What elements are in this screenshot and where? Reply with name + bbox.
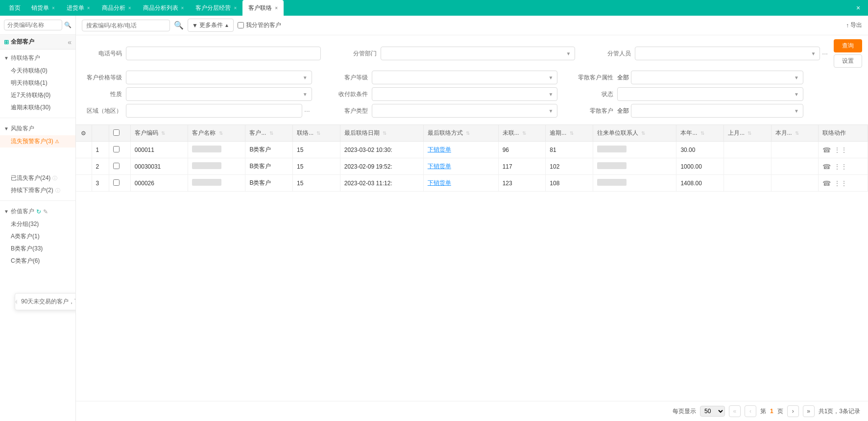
sidebar-item-unsorted[interactable]: 未分组(32) (0, 218, 75, 230)
valued-section-label: 价值客户 (11, 207, 34, 216)
last-month-column-header[interactable]: 上月... ⇅ (724, 125, 772, 142)
row-checkbox[interactable] (109, 158, 130, 175)
valued-refresh-icon[interactable]: ↻ (36, 208, 41, 215)
more-conditions-button[interactable]: ▼ 更多条件 ▲ (188, 19, 234, 32)
search-button[interactable]: 🔍 (174, 21, 184, 30)
sidebar-item-churn-warning[interactable]: 流失预警客户(3) ⚠ (0, 135, 75, 148)
per-page-select[interactable]: 50 20 100 (700, 406, 725, 417)
last-contact-way-column-header[interactable]: 最后联络方式 ⇅ (423, 125, 498, 142)
this-year-column-label: 本年... (680, 129, 697, 136)
row-select-checkbox[interactable] (113, 163, 120, 169)
code-column-header[interactable]: 客户编码 ⇅ (130, 125, 188, 142)
contact-column-header[interactable]: 联络... ⇅ (293, 125, 340, 142)
action-more-icon[interactable]: ⋮⋮ (834, 179, 847, 187)
tab-purchase-close[interactable]: × (87, 5, 90, 11)
row-last-contact-way[interactable]: 下销货单 (423, 175, 498, 192)
sidebar-item-classC[interactable]: C类客户(6) (0, 255, 75, 267)
action-contact-icon[interactable]: ☎ (822, 146, 831, 154)
person-select[interactable]: ▼ (635, 47, 820, 60)
first-page-button[interactable]: « (729, 405, 741, 417)
my-customers-checkbox[interactable] (238, 22, 244, 28)
tab-goods-analysis-list-label: 商品分析列表 (143, 4, 178, 12)
gear-icon[interactable]: ⚙ (81, 130, 86, 137)
tab-purchase[interactable]: 进货单 × (61, 0, 96, 16)
tab-goods-analysis-list[interactable]: 商品分析列表 × (137, 0, 190, 16)
tab-customer-contact[interactable]: 客户联络 × (242, 0, 284, 16)
search-input[interactable] (82, 20, 170, 31)
sidebar-section-pending-title[interactable]: ▼ 待联络客户 (0, 51, 75, 65)
sidebar-item-tomorrow[interactable]: 明天待联络(1) (0, 77, 75, 89)
dept-select[interactable]: ▼ (381, 47, 576, 60)
sidebar-item-holding-down[interactable]: 持续下滑客户(2) ⓘ (0, 184, 75, 197)
status-select[interactable]: ▼ (617, 87, 803, 101)
row-checkbox[interactable] (109, 142, 130, 158)
tab-goods-analysis-close[interactable]: × (128, 5, 131, 11)
export-button[interactable]: ↑ 导出 (846, 21, 862, 29)
prev-page-button[interactable]: ‹ (745, 405, 756, 417)
row-select-checkbox[interactable] (113, 146, 120, 152)
settings-button[interactable]: 设置 (834, 54, 862, 68)
next-page-button[interactable]: › (787, 405, 799, 417)
customer-type-select[interactable]: ▼ (372, 104, 558, 118)
scatter-select[interactable]: ▼ (631, 104, 803, 118)
sidebar-item-classB[interactable]: B类客户(33) (0, 243, 75, 255)
payment-select[interactable]: ▼ (372, 87, 558, 101)
tab-home[interactable]: 首页 (4, 0, 25, 16)
action-more-icon[interactable]: ⋮⋮ (834, 146, 847, 154)
sidebar-search-icon[interactable]: 🔍 (64, 22, 72, 28)
gear-column-header[interactable]: ⚙ (76, 125, 92, 142)
tab-customer-contact-close[interactable]: × (275, 5, 278, 11)
contact-way-link[interactable]: 下销货单 (428, 146, 451, 153)
this-month-sort-icon: ⇅ (795, 130, 799, 136)
prev-contact-column-header[interactable]: 往来单位联系人 ⇅ (593, 125, 676, 142)
overdue-column-header[interactable]: 逾期... ⇅ (546, 125, 593, 142)
action-contact-icon[interactable]: ☎ (822, 179, 831, 187)
sidebar-item-classA[interactable]: A类客户(1) (0, 230, 75, 243)
customer-tier-select[interactable]: ▼ (372, 71, 558, 84)
sidebar-item-overdue[interactable]: 逾期未联络(30) (0, 101, 75, 114)
sidebar-item-churned[interactable]: 已流失客户(24) ⓘ (0, 172, 75, 184)
action-more-icon[interactable]: ⋮⋮ (834, 163, 847, 171)
row-checkbox[interactable] (109, 175, 130, 192)
this-month-column-header[interactable]: 本月... ⇅ (771, 125, 819, 142)
sidebar-section-valued-title[interactable]: ▼ 价值客户 ↻ ✎ (0, 205, 75, 218)
this-year-column-header[interactable]: 本年... ⇅ (676, 125, 724, 142)
sidebar-item-today[interactable]: 今天待联络(0) (0, 65, 75, 77)
contact-way-link[interactable]: 下销货单 (428, 179, 451, 186)
contact-way-link[interactable]: 下销货单 (428, 163, 451, 170)
all-customers-item[interactable]: ⊞ 全部客户 (4, 38, 34, 46)
valued-edit-icon[interactable]: ✎ (43, 208, 48, 215)
sidebar-search-input[interactable] (4, 20, 62, 30)
tab-sales[interactable]: 销货单 × (25, 0, 61, 16)
scatter-attr-select[interactable]: ▼ (631, 71, 803, 84)
name-sort-icon: ⇅ (219, 130, 223, 136)
region-label: 区域（地区） (82, 107, 126, 115)
select-all-checkbox[interactable] (113, 129, 120, 136)
row-select-checkbox[interactable] (113, 179, 120, 186)
tab-customer-tier-close[interactable]: × (234, 5, 237, 11)
region-select[interactable] (126, 104, 302, 118)
tab-goods-analysis-list-close[interactable]: × (181, 5, 184, 11)
sidebar-collapse-button[interactable]: « (68, 38, 72, 46)
name-column-header[interactable]: 客户名称 ⇅ (188, 125, 245, 142)
nature-select[interactable]: ▼ (126, 87, 312, 101)
person-dots[interactable]: ··· (820, 50, 830, 57)
sidebar-section-risk-title[interactable]: ▼ 风险客户 (0, 122, 75, 135)
tab-goods-analysis[interactable]: 商品分析 × (96, 0, 137, 16)
row-last-contact-way[interactable]: 下销货单 (423, 158, 498, 175)
type-column-header[interactable]: 客户... ⇅ (245, 125, 293, 142)
not-contacted-column-header[interactable]: 未联... ⇅ (498, 125, 546, 142)
tab-sales-close[interactable]: × (52, 5, 55, 11)
sidebar-item-week[interactable]: 近7天待联络(0) (0, 89, 75, 101)
tab-customer-tier[interactable]: 客户分层经营 × (190, 0, 242, 16)
region-dots[interactable]: ··· (302, 107, 312, 115)
price-tier-select[interactable]: ▼ (126, 71, 312, 84)
query-button[interactable]: 查询 (834, 39, 862, 52)
phone-input[interactable] (126, 47, 321, 60)
row-last-contact-way[interactable]: 下销货单 (423, 142, 498, 158)
last-page-button[interactable]: » (803, 405, 815, 417)
last-contact-date-column-header[interactable]: 最后联络日期 ⇅ (340, 125, 423, 142)
close-all-button[interactable]: × (852, 2, 864, 14)
action-contact-icon[interactable]: ☎ (822, 163, 831, 171)
checkbox-column-header[interactable] (109, 125, 130, 142)
